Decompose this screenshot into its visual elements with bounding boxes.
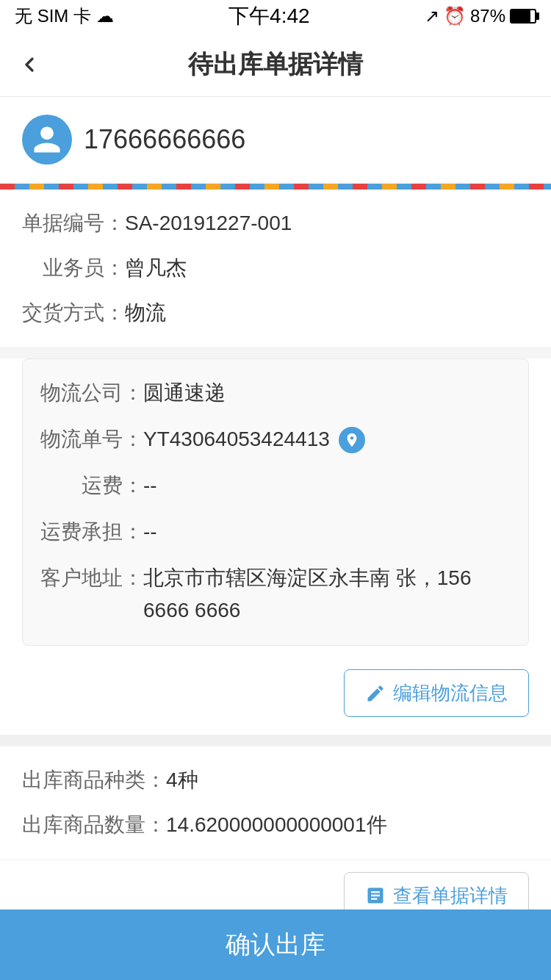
- confirm-button[interactable]: 确认出库: [0, 909, 551, 980]
- freight-value: --: [143, 469, 511, 502]
- battery-text: 87%: [470, 6, 505, 26]
- customer-header: 17666666666: [0, 97, 551, 182]
- location-status-icon: ↗: [425, 6, 439, 26]
- section-divider: [0, 735, 551, 746]
- tracking-location-icon[interactable]: [339, 427, 365, 453]
- freight-bear-label: 运费承担：: [40, 516, 143, 549]
- tracking-row: 物流单号： YT43064053424413: [40, 423, 511, 456]
- salesman-label: 业务员：: [22, 252, 125, 285]
- page-title: 待出库单据详情: [188, 48, 363, 82]
- order-number-label: 单据编号：: [22, 207, 125, 240]
- status-right: ↗ ⏰ 87%: [425, 6, 536, 26]
- view-details-label: 查看单据详情: [393, 883, 508, 909]
- goods-types-value: 4种: [166, 764, 529, 797]
- order-number-row: 单据编号： SA-20191227-001: [22, 207, 529, 240]
- decorative-line: [0, 184, 551, 190]
- nav-bar: 待出库单据详情: [0, 32, 551, 97]
- edit-btn-row: 编辑物流信息: [0, 657, 551, 735]
- status-time: 下午4:42: [228, 2, 310, 30]
- freight-bear-value: --: [143, 516, 511, 549]
- delivery-label: 交货方式：: [22, 297, 125, 330]
- address-label: 客户地址：: [40, 562, 143, 595]
- goods-types-label: 出库商品种类：: [22, 764, 166, 797]
- status-left: 无 SIM 卡 ☁: [15, 4, 114, 28]
- status-bar: 无 SIM 卡 ☁ 下午4:42 ↗ ⏰ 87%: [0, 0, 551, 32]
- goods-quantity-value: 14.620000000000001件: [166, 809, 529, 842]
- order-info-section: 单据编号： SA-20191227-001 业务员： 曾凡杰 交货方式： 物流: [0, 190, 551, 347]
- salesman-row: 业务员： 曾凡杰: [22, 252, 529, 285]
- logistics-card: 物流公司： 圆通速递 物流单号： YT43064053424413 运费： --: [22, 359, 529, 646]
- goods-section: 出库商品种类： 4种 出库商品数量： 14.620000000000001件: [0, 746, 551, 860]
- logistics-company-row: 物流公司： 圆通速递: [40, 377, 511, 410]
- freight-row: 运费： --: [40, 469, 511, 502]
- confirm-button-label: 确认出库: [226, 928, 325, 962]
- order-number-value: SA-20191227-001: [125, 207, 529, 240]
- freight-label: 运费：: [40, 469, 143, 502]
- customer-phone: 17666666666: [84, 124, 245, 155]
- goods-quantity-row: 出库商品数量： 14.620000000000001件: [22, 809, 529, 842]
- address-value: 北京市市辖区海淀区永丰南 张，156 6666 6666: [143, 562, 511, 628]
- logistics-company-value: 圆通速递: [143, 377, 511, 410]
- address-row: 客户地址： 北京市市辖区海淀区永丰南 张，156 6666 6666: [40, 562, 511, 628]
- tracking-label: 物流单号：: [40, 423, 143, 456]
- carrier-text: 无 SIM 卡 ☁: [15, 4, 114, 28]
- freight-bear-row: 运费承担： --: [40, 516, 511, 549]
- back-button[interactable]: [18, 53, 41, 76]
- avatar: [22, 115, 72, 165]
- delivery-value: 物流: [125, 297, 529, 330]
- salesman-value: 曾凡杰: [125, 252, 529, 285]
- tracking-value: YT43064053424413: [143, 423, 511, 456]
- logistics-company-label: 物流公司：: [40, 377, 143, 410]
- goods-quantity-label: 出库商品数量：: [22, 809, 166, 842]
- delivery-row: 交货方式： 物流: [22, 297, 529, 330]
- battery-icon: [510, 9, 536, 24]
- edit-logistics-label: 编辑物流信息: [393, 680, 508, 706]
- alarm-icon: ⏰: [444, 6, 466, 26]
- goods-types-row: 出库商品种类： 4种: [22, 764, 529, 797]
- edit-logistics-button[interactable]: 编辑物流信息: [344, 669, 529, 717]
